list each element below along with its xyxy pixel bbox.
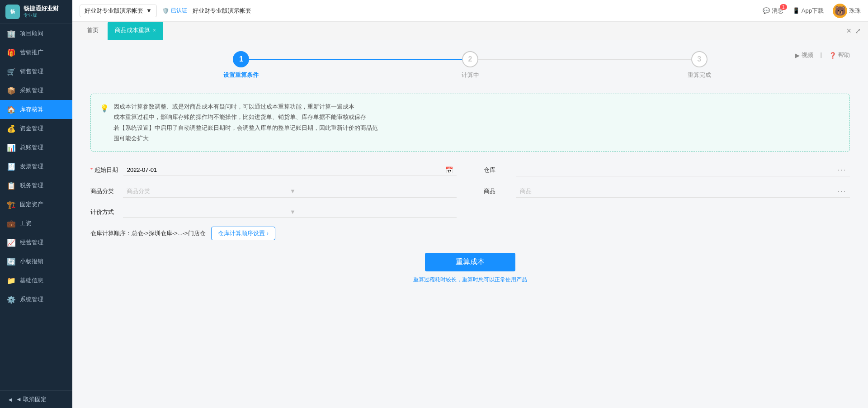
user-name: 珠珠: [849, 7, 861, 15]
product-row: 商品 商品 ···: [484, 185, 850, 198]
app-subtitle: 专业版: [24, 12, 59, 19]
warehouse-order-settings-button[interactable]: 仓库计算顺序设置 ›: [211, 227, 275, 240]
verified-text: 已认证: [171, 7, 187, 14]
recalc-button[interactable]: 重算成本: [425, 253, 515, 271]
category-label: 商品分类: [90, 187, 118, 195]
sidebar-item-salary[interactable]: 💼 工资: [0, 214, 72, 233]
system-icon: ⚙️: [7, 295, 15, 304]
warehouse-order-row: 仓库计算顺序：总仓->深圳仓库->...->门店仓 仓库计算顺序设置 ›: [90, 227, 850, 240]
sidebar-item-label: 营销推广: [20, 48, 43, 57]
app-download-button[interactable]: 📱 App下载: [793, 7, 824, 15]
product-placeholder: 商品: [520, 187, 532, 195]
sidebar-item-sales[interactable]: 🛒 销售管理: [0, 62, 72, 81]
start-date-input-wrapper[interactable]: 📅: [123, 165, 457, 176]
pin-icon: ◄: [7, 396, 13, 403]
sidebar-pin-toggle[interactable]: ◄ ◄ 取消固定: [0, 390, 72, 408]
sidebar-item-expense[interactable]: 🔄 小畅报销: [0, 252, 72, 271]
app-download-label: App下载: [802, 7, 824, 15]
dropdown-icon: ▼: [146, 7, 152, 14]
project-icon: 🏢: [7, 29, 15, 38]
step-2-circle: 2: [462, 51, 478, 67]
sidebar-item-label: 基础信息: [20, 276, 43, 285]
chevron-right-icon: ›: [267, 230, 269, 237]
sidebar-item-label: 总账管理: [20, 143, 43, 152]
user-profile-button[interactable]: 🐻 珠珠: [833, 4, 861, 18]
sidebar-item-tax[interactable]: 📋 税务管理: [0, 176, 72, 195]
sidebar-item-marketing[interactable]: 🎁 营销推广: [0, 43, 72, 62]
sidebar-header: 畅 畅捷通好业财 专业版: [0, 0, 72, 24]
calendar-icon[interactable]: 📅: [445, 166, 453, 174]
pricing-label: 计价方式: [90, 208, 118, 216]
info-line-1: 因成本计算参数调整、或是对商品成本有疑问时，可以通过成本重算功能，重新计算一遍成…: [113, 101, 378, 112]
sidebar-item-system[interactable]: ⚙️ 系统管理: [0, 290, 72, 309]
recalc-hint: 重算过程耗时较长，重算时您可以正常使用产品: [413, 276, 527, 284]
category-select[interactable]: 商品分类 ▼: [123, 185, 457, 198]
finance-icon: 💰: [7, 124, 15, 133]
start-date-input[interactable]: [127, 166, 445, 173]
sidebar-item-label: 固定资产: [20, 200, 43, 209]
marketing-icon: 🎁: [7, 48, 15, 57]
topbar: 好业财专业版演示帐套 ▼ 🛡️ 已认证 好业财专业版演示帐套 💬 消息 1 📱 …: [72, 0, 868, 22]
warehouse-dots-icon[interactable]: ···: [838, 166, 846, 174]
pin-label: ◄ 取消固定: [16, 395, 47, 403]
account-name: 好业财专业版演示帐套: [85, 7, 143, 15]
sidebar-item-label: 税务管理: [20, 181, 43, 190]
step-2: 2 计算中: [356, 51, 585, 79]
sidebar-item-label: 资金管理: [20, 124, 43, 133]
recalc-section: 重算成本 重算过程耗时较长，重算时您可以正常使用产品: [90, 253, 850, 284]
sidebar-item-label: 工资: [20, 219, 32, 228]
info-line-3: 若【系统设置】中启用了自动调整记账日期时，会调整入库单的整单记账日期，因此重新计…: [113, 123, 378, 133]
sidebar-item-project[interactable]: 🏢 项目顾问: [0, 24, 72, 43]
sidebar-item-label: 小畅报销: [20, 257, 43, 266]
sidebar-item-purchase[interactable]: 📦 采购管理: [0, 81, 72, 100]
tab-close-icon[interactable]: ×: [153, 27, 156, 33]
basic-icon: 📁: [7, 276, 15, 285]
sidebar-item-label: 销售管理: [20, 67, 43, 76]
warehouse-input-wrapper[interactable]: ···: [516, 164, 850, 176]
sidebar-item-accounting[interactable]: 📊 总账管理: [0, 138, 72, 157]
expand-window-icon[interactable]: ⤢: [855, 27, 861, 35]
account-selector[interactable]: 好业财专业版演示帐套 ▼: [80, 5, 157, 17]
sidebar-item-operations[interactable]: 📈 经营管理: [0, 233, 72, 252]
topbar-actions: 💬 消息 1 📱 App下载 🐻 珠珠: [763, 4, 861, 18]
sidebar-item-label: 经营管理: [20, 238, 43, 247]
recalc-btn-label: 重算成本: [456, 258, 485, 266]
step-1: 1 设置重算条件: [127, 51, 356, 79]
step-3-label: 重算完成: [688, 71, 711, 79]
inventory-icon: 🏠: [7, 105, 15, 114]
sidebar-item-finance[interactable]: 💰 资金管理: [0, 119, 72, 138]
info-line-4: 围可能会扩大: [113, 133, 378, 143]
pricing-row: 计价方式 ▼: [90, 207, 457, 218]
product-dots-icon[interactable]: ···: [838, 187, 846, 195]
product-label: 商品: [484, 187, 511, 195]
expense-icon: 🔄: [7, 257, 15, 266]
sidebar-item-inventory[interactable]: 🏠 库存核算: [0, 100, 72, 119]
warning-icon: 💡: [100, 102, 109, 144]
sidebar-item-basic[interactable]: 📁 基础信息: [0, 271, 72, 290]
content-area: ▶ 视频 | ❓ 帮助 1 设置重算条件 2: [72, 40, 868, 408]
product-input-wrapper[interactable]: 商品 ···: [516, 185, 850, 198]
close-window-icon[interactable]: ×: [846, 26, 851, 36]
tab-active-label: 商品成本重算: [115, 26, 150, 34]
verified-badge: 🛡️ 已认证: [162, 7, 187, 14]
tab-home[interactable]: 首页: [80, 22, 106, 40]
pricing-select[interactable]: ▼: [123, 207, 457, 218]
purchase-icon: 📦: [7, 86, 15, 95]
sidebar-item-assets[interactable]: 🏗️ 固定资产: [0, 195, 72, 214]
message-button[interactable]: 💬 消息 1: [763, 7, 783, 15]
avatar: 🐻: [833, 4, 847, 18]
pricing-chevron-icon: ▼: [290, 209, 453, 215]
info-content: 因成本计算参数调整、或是对商品成本有疑问时，可以通过成本重算功能，重新计算一遍成…: [113, 101, 378, 144]
info-box: 💡 因成本计算参数调整、或是对商品成本有疑问时，可以通过成本重算功能，重新计算一…: [90, 94, 850, 152]
sidebar-item-label: 系统管理: [20, 295, 43, 304]
sidebar-item-invoice[interactable]: 🧾 发票管理: [0, 157, 72, 176]
sidebar-item-label: 采购管理: [20, 86, 43, 95]
tab-cost-recalc[interactable]: 商品成本重算 ×: [108, 22, 163, 40]
warehouse-order-label: 仓库计算顺序：总仓->深圳仓库->...->门店仓: [90, 229, 206, 237]
step-2-label: 计算中: [462, 71, 479, 79]
sidebar-nav: 🏢 项目顾问 🎁 营销推广 🛒 销售管理 📦 采购管理 🏠 库存核算 💰 资金管…: [0, 24, 72, 390]
warehouse-order-btn-label: 仓库计算顺序设置: [218, 229, 265, 237]
tab-bar: 首页 商品成本重算 × × ⤢: [72, 22, 868, 40]
steps-container: 1 设置重算条件 2 计算中 3 重算完成: [90, 51, 850, 79]
tab-bar-controls: × ⤢: [846, 26, 861, 36]
